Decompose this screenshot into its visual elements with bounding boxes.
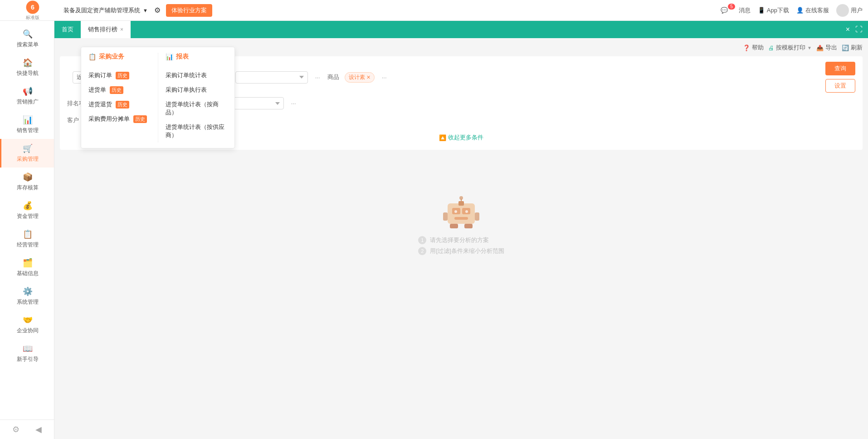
inbound-stat-supplier-label: 进货单统计表（按供应商） (166, 123, 228, 139)
svg-rect-14 (464, 224, 473, 228)
help-btn[interactable]: ❓ 帮助 (743, 44, 764, 52)
online-service-label: 在线客服 (805, 6, 829, 15)
tab-bar: 首页 📋 采购业务 采购订单 历史 (54, 21, 868, 38)
system-dropdown-arrow[interactable]: ▼ (143, 8, 148, 13)
system-icon: ⚙️ (23, 286, 33, 296)
sidebar-settings-icon[interactable]: ⚙ (12, 424, 20, 434)
print-dropdown-arrow: ▼ (807, 45, 812, 50)
sidebar-collapse-icon[interactable]: ◀ (35, 424, 42, 434)
sidebar-item-search[interactable]: 🔍 搜索菜单 (0, 25, 54, 53)
inbound-return-history-badge: 历史 (116, 101, 129, 109)
svg-point-7 (465, 210, 468, 213)
sidebar-item-search-label: 搜索菜单 (17, 41, 39, 49)
tab-expand-icon[interactable]: ⛶ (853, 25, 864, 35)
goods-chip: 设计素 × (345, 72, 375, 83)
purchase-order-stat-label: 采购订单统计表 (166, 71, 207, 79)
collapse-arrow-icon: 🔼 (439, 134, 446, 141)
sidebar-item-inventory[interactable]: 📦 库存核算 (0, 168, 54, 196)
tab-sales-ranking-label: 销售排行榜 (88, 25, 117, 34)
sidebar-item-operations[interactable]: 📋 经营管理 (0, 225, 54, 253)
inbound-stat-supplier-item[interactable]: 进货单统计表（按供应商） (166, 120, 228, 143)
refresh-icon: 🔄 (842, 44, 849, 51)
sidebar-item-marketing-label: 营销推广 (17, 98, 39, 106)
collapse-label: 收起更多条件 (448, 133, 483, 142)
inbound-stat-goods-label: 进货单统计表（按商品） (166, 100, 228, 117)
gear-icon[interactable]: ⚙ (154, 6, 161, 15)
sidebar-item-collab[interactable]: 🤝 企业协同 (0, 311, 54, 339)
sidebar-item-basic[interactable]: 🗂️ 基础信息 (0, 253, 54, 282)
help-label: 帮助 (752, 44, 764, 52)
purchase-order-stat-item[interactable]: 采购订单统计表 (166, 68, 228, 83)
sidebar-item-purchase[interactable]: 🛒 采购管理 (0, 139, 54, 168)
empty-step-2-label: 用[过滤]条件来缩小分析范围 (430, 247, 504, 255)
app-download-btn[interactable]: 📱 App下载 (758, 6, 789, 15)
sidebar: 🔍 搜索菜单 🏠 快捷导航 📢 营销推广 📊 销售管理 🛒 采购管理 📦 库存核… (0, 21, 54, 439)
sidebar-item-guide[interactable]: 📖 新手引导 (0, 339, 54, 368)
salesperson-ellipsis[interactable]: ··· (289, 100, 298, 107)
tab-window-close-icon[interactable]: × (844, 25, 852, 35)
sidebar-item-marketing[interactable]: 📢 营销推广 (0, 82, 54, 110)
message-icon: 💬 (721, 7, 728, 14)
sidebar-item-sales-label: 销售管理 (17, 127, 39, 134)
logo: 6 标准版 (5, 0, 60, 21)
svg-rect-11 (443, 212, 448, 221)
inbound-stat-goods-item[interactable]: 进货单统计表（按商品） (166, 97, 228, 120)
phone-icon: 📱 (758, 7, 765, 14)
logo-label: 标准版 (26, 15, 39, 21)
settings-btn[interactable]: 设置 (825, 79, 855, 93)
inbound-return-label: 进货退货 (88, 100, 112, 109)
tab-home[interactable]: 首页 (54, 21, 81, 38)
export-btn[interactable]: 📤 导出 (816, 44, 837, 52)
purchase-order-exec-item[interactable]: 采购订单执行表 (166, 83, 228, 97)
filter-actions: 查询 设置 (825, 62, 855, 93)
inbound-bill-item[interactable]: 进货单 历史 (88, 83, 151, 97)
step-num-1: 1 (418, 236, 426, 244)
purchase-order-item[interactable]: 采购订单 历史 (88, 68, 151, 83)
msg-label: 消息 (739, 6, 751, 15)
goods-chip-remove[interactable]: × (367, 74, 371, 81)
messages-btn[interactable]: 💬 5 消息 (721, 6, 751, 15)
user-area[interactable]: 用户 (836, 4, 863, 17)
print-template-btn[interactable]: 🖨 按模板打印 ▼ (768, 44, 812, 52)
purchase-report-title: 📊 报表 (166, 53, 228, 64)
purchase-order-history-badge: 历史 (116, 72, 129, 79)
purchase-order-label: 采购订单 (88, 71, 112, 79)
empty-step-1: 1 请先选择要分析的方案 (418, 236, 504, 244)
sidebar-item-operations-label: 经营管理 (17, 241, 39, 249)
collab-icon: 🤝 (23, 315, 33, 325)
sidebar-item-home-label: 快捷导航 (17, 69, 39, 77)
sidebar-item-finance[interactable]: 💰 资金管理 (0, 196, 54, 225)
empty-steps: 1 请先选择要分析的方案 2 用[过滤]条件来缩小分析范围 (418, 236, 504, 255)
purchase-expense-item[interactable]: 采购费用分摊单 历史 (88, 112, 151, 126)
empty-step-2: 2 用[过滤]条件来缩小分析范围 (418, 247, 504, 255)
empty-state-illustration (439, 190, 484, 231)
sidebar-item-sales[interactable]: 📊 销售管理 (0, 110, 54, 139)
online-service-btn[interactable]: 👤 在线客服 (796, 6, 829, 15)
business-icon: 📋 (88, 53, 96, 60)
industry-btn[interactable]: 体验行业方案 (166, 4, 212, 17)
basic-icon: 🗂️ (23, 258, 33, 268)
refresh-btn[interactable]: 🔄 刷新 (842, 44, 863, 52)
app-logo-icon: 6 (25, 0, 40, 15)
inbound-return-item[interactable]: 进货退货 历史 (88, 97, 151, 112)
topbar: 6 标准版 装备及固定资产辅助管理系统 ▼ ⚙ 体验行业方案 💬 5 消息 📱 … (0, 0, 868, 21)
inventory-icon: 📦 (23, 172, 33, 182)
sidebar-item-home[interactable]: 🏠 快捷导航 (0, 53, 54, 82)
sidebar-item-basic-label: 基础信息 (17, 270, 39, 277)
svg-rect-12 (475, 212, 479, 221)
tab-sales-ranking[interactable]: 销售排行榜 × (81, 21, 131, 38)
sidebar-item-system[interactable]: ⚙️ 系统管理 (0, 282, 54, 311)
goods-ellipsis[interactable]: ··· (380, 74, 389, 81)
sidebar-bottom: ⚙ ◀ (0, 419, 54, 439)
sales-icon: 📊 (23, 115, 33, 125)
voucher-status-ellipsis[interactable]: ··· (313, 74, 322, 81)
user-avatar (836, 4, 849, 17)
voucher-status-select[interactable] (235, 71, 308, 84)
purchase-report-col: 📊 报表 采购订单统计表 采购订单执行表 进货单统计表（按商品） (158, 53, 235, 143)
content-area: 首页 📋 采购业务 采购订单 历史 (54, 21, 868, 439)
purchase-dropdown-menu: 📋 采购业务 采购订单 历史 进货单 历史 进货退货 (81, 47, 235, 148)
query-btn[interactable]: 查询 (825, 62, 855, 75)
tab-close-icon[interactable]: × (120, 26, 123, 33)
user-label: 用户 (851, 6, 863, 15)
inbound-bill-label: 进货单 (88, 86, 106, 94)
